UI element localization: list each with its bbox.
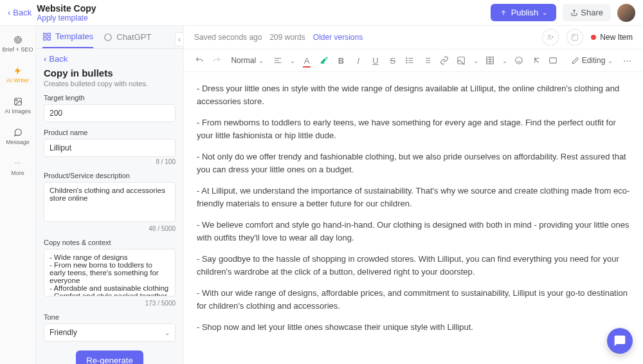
- apply-template-link[interactable]: Apply template: [37, 14, 96, 23]
- topbar-right: Publish ⌄ Share: [491, 4, 635, 22]
- rail-more[interactable]: ⋯ More: [3, 154, 33, 180]
- italic-button[interactable]: I: [353, 55, 364, 66]
- message-icon: [13, 127, 23, 138]
- numbered-list-button[interactable]: [422, 55, 433, 66]
- back-link[interactable]: ‹ Back: [8, 8, 32, 17]
- align-button[interactable]: [273, 55, 284, 66]
- editor-toolbar: Normal ⌄ ⌄ A B I U S ⌄ ⌄ Editing ⌄: [184, 49, 643, 72]
- svg-rect-4: [44, 33, 46, 35]
- saved-status: Saved seconds ago: [194, 33, 262, 42]
- svg-point-13: [406, 60, 407, 60]
- emoji-button[interactable]: [514, 55, 525, 66]
- rail-ai-images[interactable]: AI Images: [3, 93, 33, 118]
- main: Brief + SEO AI Writer AI Images Message …: [0, 26, 643, 364]
- table-button[interactable]: [485, 55, 496, 66]
- chevron-down-icon: ⌄: [502, 57, 507, 64]
- tab-chatgpt[interactable]: ChatGPT: [104, 26, 151, 48]
- rail-label: Message: [6, 139, 30, 145]
- tone-select[interactable]: Friendly ⌄: [44, 323, 176, 341]
- chevron-down-icon: ⌄: [542, 9, 547, 16]
- collapse-panel-button[interactable]: ‹: [175, 32, 184, 46]
- mode-label: Editing: [582, 56, 606, 65]
- paragraph-style-select[interactable]: Normal ⌄: [228, 56, 266, 65]
- help-chat-button[interactable]: [607, 328, 633, 354]
- bullet-line: - Shop now and let your little ones show…: [197, 321, 630, 334]
- product-name-counter: 8 / 100: [44, 158, 176, 165]
- highlight-button[interactable]: [318, 55, 329, 66]
- add-collaborator-button[interactable]: [542, 29, 559, 46]
- rail-label: More: [11, 170, 24, 176]
- more-icon: ⋯: [13, 158, 23, 168]
- rail-ai-writer[interactable]: AI Writer: [3, 62, 33, 87]
- target-length-input[interactable]: [44, 104, 176, 122]
- pencil-icon: [572, 57, 579, 64]
- sparkle-icon: [104, 33, 113, 42]
- editor-statusbar: Saved seconds ago 209 words Older versio…: [184, 26, 643, 49]
- notes-textarea[interactable]: [44, 249, 176, 296]
- panel-back-link[interactable]: ‹ Back: [44, 54, 176, 64]
- svg-point-3: [15, 100, 17, 101]
- more-toolbar-button[interactable]: ⋯: [622, 55, 633, 66]
- svg-point-12: [406, 58, 407, 59]
- back-text: Back: [13, 8, 32, 17]
- bullet-line: - Not only do we offer trendy and fashio…: [197, 150, 630, 176]
- chevron-down-icon: ⌄: [290, 57, 295, 64]
- style-label: Normal: [231, 56, 256, 65]
- svg-rect-18: [550, 58, 557, 63]
- product-name-input[interactable]: [44, 139, 176, 157]
- svg-point-1: [16, 39, 19, 42]
- page-title: Website Copy: [37, 3, 96, 14]
- description-counter: 48 / 5000: [44, 225, 176, 232]
- link-button[interactable]: [439, 55, 449, 66]
- redo-button[interactable]: [212, 55, 222, 66]
- bullet-list-button[interactable]: [404, 55, 415, 66]
- svg-point-8: [105, 33, 112, 41]
- rail-label: AI Writer: [6, 77, 29, 84]
- share-button[interactable]: Share: [563, 4, 611, 21]
- svg-rect-10: [572, 35, 578, 41]
- svg-point-14: [406, 62, 407, 63]
- regenerate-button[interactable]: Re-generate: [76, 350, 143, 364]
- panel-subheading: Creates bulleted copy with notes.: [44, 80, 176, 87]
- rail-brief-seo[interactable]: Brief + SEO: [3, 31, 33, 57]
- svg-rect-5: [48, 33, 50, 35]
- bullet-line: - We believe comfort and style go hand-i…: [197, 219, 630, 244]
- tab-label: Templates: [55, 32, 93, 41]
- older-versions-link[interactable]: Older versions: [313, 33, 363, 42]
- undo-button[interactable]: [194, 55, 205, 66]
- tab-templates[interactable]: Templates: [42, 26, 93, 48]
- publish-button[interactable]: Publish ⌄: [491, 4, 557, 21]
- mode-select[interactable]: Editing ⌄: [569, 56, 616, 65]
- chevron-left-icon: ‹: [44, 54, 46, 64]
- font-color-button[interactable]: A: [302, 55, 312, 66]
- strikethrough-button[interactable]: S: [387, 55, 398, 66]
- underline-button[interactable]: U: [370, 55, 381, 66]
- panel-heading: Copy in bullets: [44, 68, 176, 78]
- chevron-down-icon: ⌄: [165, 329, 170, 336]
- product-name-label: Product name: [44, 129, 176, 136]
- rail-message[interactable]: Message: [3, 123, 33, 149]
- bullet-line: - At Lilliput, we understand the importa…: [197, 185, 630, 210]
- bullet-line: - With our wide range of designs, afford…: [197, 287, 630, 312]
- image-insert-button[interactable]: [456, 55, 467, 66]
- new-item-button[interactable]: New Item: [591, 33, 633, 42]
- clear-format-button[interactable]: [530, 55, 541, 66]
- editor: Saved seconds ago 209 words Older versio…: [184, 26, 643, 364]
- rail-label: Brief + SEO: [3, 46, 33, 53]
- chevron-left-icon: ‹: [8, 8, 10, 17]
- description-textarea[interactable]: [44, 182, 176, 222]
- share-label: Share: [581, 8, 603, 17]
- avatar[interactable]: [617, 4, 635, 22]
- publish-label: Publish: [511, 8, 539, 17]
- bold-button[interactable]: B: [336, 55, 347, 66]
- topbar: ‹ Back Website Copy Apply template Publi…: [0, 0, 643, 26]
- bullet-line: - Say goodbye to the hassle of shopping …: [197, 253, 630, 278]
- share-icon: [570, 9, 578, 17]
- bullet-line: - Dress your little ones in style with t…: [197, 82, 630, 107]
- code-block-button[interactable]: [548, 55, 559, 66]
- editor-content[interactable]: - Dress your little ones in style with t…: [184, 72, 643, 364]
- add-image-button[interactable]: [566, 29, 583, 46]
- target-length-label: Target length: [44, 94, 176, 102]
- new-item-label: New Item: [600, 33, 633, 42]
- image-icon: [13, 96, 23, 107]
